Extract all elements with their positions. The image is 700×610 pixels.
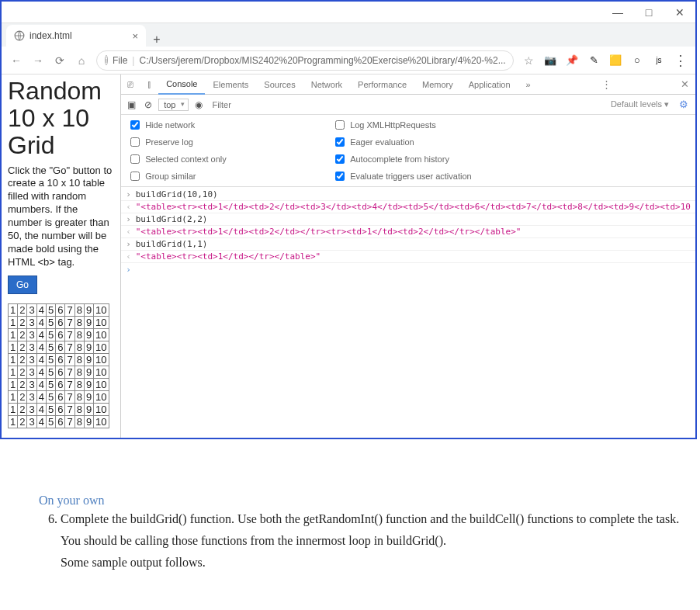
tab-strip: index.html × + bbox=[2, 23, 695, 47]
grid-cell: 10 bbox=[94, 328, 109, 341]
devtools-close[interactable]: ✕ bbox=[674, 78, 695, 90]
opt-eager[interactable]: Eager evaluation bbox=[332, 135, 518, 149]
grid-cell: 7 bbox=[65, 366, 75, 378]
tab-elements[interactable]: Elements bbox=[205, 75, 256, 95]
page-title: Random 10 x 10 Grid bbox=[8, 78, 114, 160]
grid-cell: 4 bbox=[36, 366, 46, 378]
grid-cell: 3 bbox=[27, 378, 36, 390]
console-toolbar: ▣ ⊘ top ◉ Default levels ▾ ⚙ bbox=[121, 95, 695, 115]
back-button[interactable]: ← bbox=[9, 54, 23, 67]
opt-hide-network[interactable]: Hide network bbox=[127, 118, 314, 132]
forward-button[interactable]: → bbox=[31, 54, 45, 67]
grid-cell: 7 bbox=[65, 328, 75, 341]
grid-cell: 10 bbox=[94, 415, 109, 428]
sidebar-toggle-icon[interactable]: ▣ bbox=[124, 99, 138, 110]
grid-cell: 5 bbox=[46, 341, 55, 353]
grid-table: 1234567891012345678910123456789101234567… bbox=[8, 303, 109, 428]
tab-more[interactable]: » bbox=[518, 75, 539, 95]
grid-cell: 8 bbox=[75, 403, 84, 415]
gear-icon[interactable]: ⚙ bbox=[675, 99, 692, 110]
grid-cell: 5 bbox=[46, 366, 55, 378]
grid-cell: 7 bbox=[65, 415, 75, 428]
tab-application[interactable]: Application bbox=[461, 75, 518, 95]
go-button[interactable]: Go bbox=[8, 276, 37, 294]
live-icon[interactable]: ◉ bbox=[192, 99, 206, 110]
ext-icon-5[interactable]: js bbox=[652, 54, 666, 68]
grid-cell: 7 bbox=[65, 390, 75, 403]
ext-icon-3[interactable]: 🟨 bbox=[608, 54, 622, 68]
opt-triggers[interactable]: Evaluate triggers user activation bbox=[332, 169, 518, 183]
table-row: 12345678910 bbox=[9, 403, 109, 415]
devtools-panel: ⎚ ⫿ Console Elements Sources Network Per… bbox=[120, 75, 695, 438]
browser-tab[interactable]: index.html × bbox=[6, 25, 146, 47]
ext-icon-0[interactable]: 📷 bbox=[543, 54, 557, 68]
clear-icon[interactable]: ⊘ bbox=[141, 99, 155, 110]
log-line: ‹"<table><tr><td>1</td><td>2</td></tr><t… bbox=[121, 225, 695, 238]
grid-cell: 1 bbox=[9, 341, 18, 353]
console-log[interactable]: ›buildGrid(10,10)‹"<table><tr><td>1</td>… bbox=[121, 187, 695, 438]
grid-cell: 6 bbox=[56, 366, 65, 378]
url-input[interactable]: i File | C:/Users/jerem/Dropbox/MIS2402%… bbox=[96, 50, 514, 71]
grid-cell: 6 bbox=[56, 303, 65, 316]
grid-cell: 5 bbox=[46, 303, 55, 316]
grid-cell: 9 bbox=[84, 378, 93, 390]
grid-cell: 6 bbox=[56, 328, 65, 341]
grid-cell: 1 bbox=[9, 366, 18, 378]
table-row: 12345678910 bbox=[9, 390, 109, 403]
grid-cell: 4 bbox=[36, 353, 46, 366]
tab-title: index.html bbox=[29, 30, 72, 41]
grid-cell: 4 bbox=[36, 378, 46, 390]
filter-input[interactable] bbox=[209, 99, 271, 111]
tab-console[interactable]: Console bbox=[158, 75, 205, 95]
log-line: ›buildGrid(10,10) bbox=[121, 189, 695, 200]
console-prompt[interactable]: › bbox=[121, 263, 695, 276]
grid-cell: 9 bbox=[84, 328, 93, 341]
inspect-icon[interactable]: ⎚ bbox=[121, 78, 140, 90]
reload-button[interactable]: ⟳ bbox=[53, 54, 67, 67]
grid-cell: 4 bbox=[36, 316, 46, 328]
ext-icon-2[interactable]: ✎ bbox=[587, 54, 601, 68]
grid-cell: 3 bbox=[27, 328, 36, 341]
grid-cell: 8 bbox=[75, 341, 84, 353]
grid-cell: 7 bbox=[65, 353, 75, 366]
opt-selected-ctx[interactable]: Selected context only bbox=[127, 152, 314, 166]
window-minimize[interactable]: — bbox=[602, 6, 633, 19]
devtools-tabs: ⎚ ⫿ Console Elements Sources Network Per… bbox=[121, 75, 695, 95]
tab-performance[interactable]: Performance bbox=[350, 75, 414, 95]
ext-icon-4[interactable]: ○ bbox=[630, 54, 644, 68]
home-button[interactable]: ⌂ bbox=[75, 54, 88, 67]
opt-log-xhr[interactable]: Log XMLHttpRequests bbox=[332, 118, 518, 132]
grid-cell: 6 bbox=[56, 316, 65, 328]
window-close[interactable]: ✕ bbox=[664, 6, 695, 19]
devtools-menu[interactable]: ⋮ bbox=[595, 78, 618, 90]
table-row: 12345678910 bbox=[9, 341, 109, 353]
context-select[interactable]: top bbox=[158, 99, 189, 111]
log-line: ‹"<table><tr><td>1</td><td>2</td><td>3</… bbox=[121, 200, 695, 213]
new-tab-button[interactable]: + bbox=[146, 33, 168, 47]
grid-cell: 3 bbox=[27, 303, 36, 316]
tab-network[interactable]: Network bbox=[303, 75, 350, 95]
device-icon[interactable]: ⫿ bbox=[140, 78, 158, 90]
document-excerpt: On your own Complete the buildGrid() fun… bbox=[0, 439, 698, 593]
star-icon[interactable]: ☆ bbox=[522, 54, 535, 67]
grid-cell: 2 bbox=[18, 415, 27, 428]
grid-cell: 6 bbox=[56, 403, 65, 415]
grid-cell: 9 bbox=[84, 341, 93, 353]
chrome-menu[interactable]: ⋮ bbox=[674, 54, 688, 68]
tab-memory[interactable]: Memory bbox=[414, 75, 461, 95]
ext-icon-1[interactable]: 📌 bbox=[565, 54, 579, 68]
grid-cell: 9 bbox=[84, 390, 93, 403]
opt-autocomplete[interactable]: Autocomplete from history bbox=[332, 152, 518, 166]
doc-heading: On your own bbox=[39, 494, 683, 508]
grid-cell: 2 bbox=[18, 341, 27, 353]
tab-sources[interactable]: Sources bbox=[256, 75, 303, 95]
window-maximize[interactable]: □ bbox=[633, 6, 664, 19]
tab-close-icon[interactable]: × bbox=[132, 30, 138, 42]
grid-cell: 8 bbox=[75, 353, 84, 366]
opt-group[interactable]: Group similar bbox=[127, 169, 314, 183]
grid-cell: 1 bbox=[9, 415, 18, 428]
levels-select[interactable]: Default levels ▾ bbox=[611, 99, 672, 109]
grid-cell: 9 bbox=[84, 403, 93, 415]
opt-preserve[interactable]: Preserve log bbox=[127, 135, 314, 149]
grid-cell: 5 bbox=[46, 403, 55, 415]
